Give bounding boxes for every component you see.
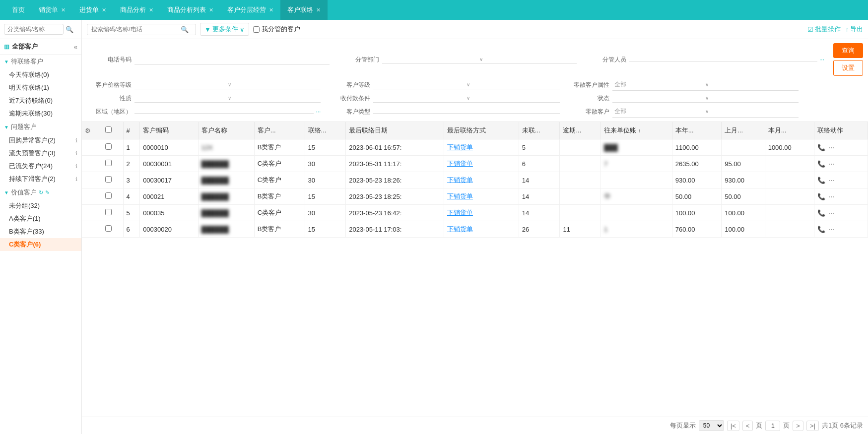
payment-select[interactable]: ∨ [373,94,559,103]
last-month-header[interactable]: 上月... [722,122,765,139]
per-page-select[interactable]: 50 100 [699,420,724,431]
sidebar-group-value[interactable]: ▼ 价值客户 ↻ ✎ [0,186,81,199]
batch-ops-button[interactable]: ☑ 批量操作 [807,25,841,34]
close-icon[interactable]: ✕ [209,7,213,13]
nav-product-analysis-list[interactable]: 商品分析列表 ✕ [160,0,220,20]
uncontacted-header[interactable]: 未联... [519,122,560,139]
phone-action-icon[interactable]: 📞 [817,226,825,233]
nav-purchase-order[interactable]: 进货单 ✕ [72,0,113,20]
prev-page-button[interactable]: < [742,421,753,431]
sidebar-item-class-c[interactable]: C类客户(6) [0,238,81,251]
method-link[interactable]: 下销货单 [447,209,473,216]
edit-icon[interactable]: ✎ [45,189,50,196]
more-action-icon[interactable]: ⋯ [828,144,835,151]
nav-customer-contact[interactable]: 客户联络 ✕ [280,0,328,20]
next-page-button[interactable]: > [793,421,803,431]
method-link[interactable]: 下销货单 [447,176,473,184]
name-header[interactable]: 客户名称 [198,122,254,139]
first-page-button[interactable]: |< [727,421,739,431]
close-icon[interactable]: ✕ [269,7,273,13]
more-action-icon[interactable]: ⋯ [828,193,835,200]
phone-action-icon[interactable]: 📞 [817,209,825,217]
customer-level-select[interactable]: ∨ [373,80,559,89]
phone-action-icon[interactable]: 📞 [817,177,825,184]
settings-icon[interactable]: ⚙ [85,127,91,134]
set-button[interactable]: 设置 [833,60,863,76]
search-icon[interactable]: 🔍 [66,26,73,33]
phone-action-icon[interactable]: 📞 [817,160,825,168]
manager-select[interactable] [629,58,817,62]
sidebar-group-problem[interactable]: ▼ 问题客户 [0,120,81,134]
row-checkbox[interactable] [105,225,112,232]
my-customers-checkbox[interactable] [253,26,260,33]
status-select[interactable]: ∨ [612,94,799,103]
sidebar-all-customers[interactable]: ⊞ 全部客户 « [0,39,81,55]
close-icon[interactable]: ✕ [316,7,321,13]
export-button[interactable]: ↑ 导出 [846,25,864,34]
sidebar-item-overdue-contact[interactable]: 逾期未联络(30) [0,107,81,120]
sidebar-item-churned[interactable]: 已流失客户(24) ℹ [0,160,81,173]
close-icon[interactable]: ✕ [61,7,66,13]
method-link[interactable]: 下销货单 [447,143,473,151]
sidebar-item-ungrouped[interactable]: 未分组(32) [0,199,81,212]
region-select[interactable] [134,110,314,114]
price-level-select[interactable]: ∨ [134,80,321,89]
more-action-icon[interactable]: ⋯ [828,160,835,168]
customer-type-select[interactable] [373,110,559,114]
sidebar-item-class-b[interactable]: B类客户(33) [0,225,81,238]
nav-home[interactable]: 首页 [5,0,32,20]
search-input[interactable] [91,26,181,33]
sidebar-search-input[interactable] [4,24,64,35]
more-filter-button[interactable]: ▼ 更多条件 ∨ [200,23,249,36]
history-header[interactable]: 往来单位账 ↑ [601,122,672,139]
search-icon[interactable]: 🔍 [181,26,189,33]
more-icon[interactable]: ··· [819,56,824,63]
method-link[interactable]: 下销货单 [447,160,473,167]
this-month-header[interactable]: 本月... [765,122,814,139]
code-header[interactable]: 客户编码 [140,122,198,139]
select-all-checkbox[interactable] [105,126,112,133]
year-header[interactable]: 本年... [672,122,721,139]
more-action-icon[interactable]: ⋯ [828,209,835,217]
nav-sales-order[interactable]: 销货单 ✕ [32,0,72,20]
overdue-header[interactable]: 逾期... [560,122,601,139]
phone-action-icon[interactable]: 📞 [817,144,825,151]
retail-customer-select[interactable]: 全部 ∨ [612,106,799,118]
method-link[interactable]: 下销货单 [447,192,473,200]
row-checkbox[interactable] [105,176,112,183]
last-method-header[interactable]: 最后联络方式 [444,122,519,139]
method-link[interactable]: 下销货单 [447,225,473,233]
settings-column-header[interactable]: ⚙ [82,122,102,139]
type-header[interactable]: 客户... [254,122,305,139]
last-page-button[interactable]: >| [806,421,819,431]
last-date-header[interactable]: 最后联络日期 [346,122,444,139]
query-button[interactable]: 查询 [833,43,863,58]
sidebar-item-declining[interactable]: 持续下滑客户(2) ℹ [0,173,81,186]
page-number-input[interactable] [765,421,780,431]
contact-header[interactable]: 联络... [305,122,346,139]
sidebar-group-pending[interactable]: ▼ 待联络客户 [0,55,81,68]
more-icon[interactable]: ··· [316,108,321,115]
phone-input[interactable] [134,55,330,65]
sidebar-item-tomorrow[interactable]: 明天待联络(1) [0,81,81,94]
sidebar-item-7days[interactable]: 近7天待联络(0) [0,94,81,107]
row-checkbox[interactable] [105,143,112,150]
retail-attr-select[interactable]: 全部 ∨ [612,79,799,91]
more-action-icon[interactable]: ⋯ [828,177,835,184]
collapse-icon[interactable]: « [74,43,77,51]
nature-select[interactable]: ∨ [134,94,321,103]
row-checkbox[interactable] [105,160,112,166]
sidebar-item-class-a[interactable]: A类客户(1) [0,212,81,225]
nav-customer-tiering[interactable]: 客户分层经营 ✕ [220,0,280,20]
dept-select[interactable]: ∨ [382,55,577,64]
sidebar-item-repurchase-anomaly[interactable]: 回购异常客户(2) ℹ [0,134,81,147]
sidebar-item-churn-warning[interactable]: 流失预警客户(3) ℹ [0,147,81,160]
refresh-icon[interactable]: ↻ [39,189,43,196]
my-customers-checkbox-label[interactable]: 我分管的客户 [253,25,300,34]
close-icon[interactable]: ✕ [149,7,153,13]
row-checkbox[interactable] [105,209,112,215]
row-checkbox[interactable] [105,192,112,199]
sidebar-item-today[interactable]: 今天待联络(0) [0,68,81,81]
close-icon[interactable]: ✕ [102,7,106,13]
phone-action-icon[interactable]: 📞 [817,193,825,200]
